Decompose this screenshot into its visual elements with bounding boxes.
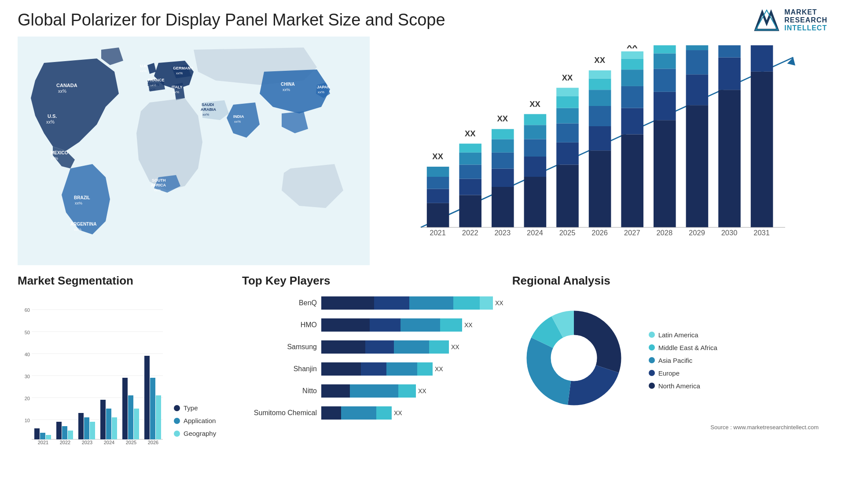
- legend-asia: Asia Pacific: [649, 357, 717, 364]
- svg-rect-40: [427, 167, 449, 177]
- seg-legend: Type Application Geography: [174, 404, 216, 437]
- legend-label-na: North America: [658, 382, 700, 390]
- svg-rect-59: [524, 139, 547, 157]
- legend-label-mea: Middle East & Africa: [658, 344, 717, 351]
- svg-rect-145: [150, 378, 155, 439]
- bottom-row: Market Segmentation 60 50 40 30 20 10: [0, 270, 845, 459]
- svg-rect-134: [90, 422, 95, 439]
- svg-rect-50: [492, 187, 514, 227]
- logo-icon: [753, 8, 780, 32]
- svg-rect-138: [112, 417, 117, 439]
- player-bar-label: XX: [464, 321, 473, 329]
- svg-rect-98: [686, 45, 709, 50]
- bar-dark: [321, 384, 350, 398]
- bar-light: [429, 340, 449, 354]
- legend-item-geography: Geography: [174, 430, 216, 437]
- svg-rect-92: [654, 45, 676, 53]
- player-name: HMO: [242, 321, 317, 329]
- svg-rect-137: [106, 409, 111, 439]
- svg-rect-129: [62, 426, 67, 439]
- svg-text:40: 40: [25, 352, 30, 357]
- svg-text:2030: 2030: [721, 229, 738, 237]
- svg-rect-125: [40, 433, 45, 439]
- bar-dark: [321, 340, 365, 354]
- bar-dark: [321, 296, 374, 310]
- svg-text:2023: 2023: [82, 440, 92, 445]
- svg-rect-51: [492, 169, 514, 187]
- svg-text:JAPAN: JAPAN: [317, 85, 330, 89]
- svg-text:xx%: xx%: [318, 90, 324, 94]
- svg-rect-133: [84, 417, 89, 439]
- svg-rect-80: [621, 134, 643, 227]
- player-name: Sumitomo Chemical: [242, 409, 317, 417]
- svg-text:INDIA: INDIA: [233, 114, 244, 119]
- dot-na: [649, 383, 655, 389]
- page-title: Global Polarizer for Display Panel Marke…: [18, 11, 445, 29]
- svg-text:xx%: xx%: [74, 227, 81, 232]
- bar-mid2: [350, 384, 398, 398]
- source-text: Source : www.marketresearchintellect.com: [512, 424, 827, 431]
- world-map-svg: CANADA xx% U.S. xx% MEXICO xx% BRAZIL xx…: [18, 37, 370, 265]
- svg-rect-54: [492, 129, 514, 139]
- svg-text:FRANCE: FRANCE: [148, 78, 165, 82]
- svg-text:2029: 2029: [689, 229, 705, 237]
- svg-rect-83: [621, 69, 643, 86]
- svg-text:SPAIN: SPAIN: [147, 82, 159, 87]
- bar-dark: [321, 406, 341, 420]
- bar-chart-section: XX 2021 XX 2022 XX 2023 XX 20: [378, 37, 827, 270]
- bar-mid: [365, 340, 394, 354]
- country-canada: CANADA: [56, 83, 77, 88]
- svg-rect-144: [144, 356, 150, 439]
- player-bar-label: XX: [394, 409, 402, 416]
- svg-text:AFRICA: AFRICA: [151, 183, 166, 187]
- player-name: Nitto: [242, 387, 317, 395]
- svg-rect-132: [78, 413, 84, 439]
- bar-light: [398, 384, 416, 398]
- svg-text:xx%: xx%: [58, 89, 66, 94]
- bar-lightest: [480, 296, 493, 310]
- svg-text:xx%: xx%: [202, 113, 209, 117]
- svg-rect-102: [718, 58, 741, 90]
- player-row-samsung: Samsung XX: [242, 340, 503, 354]
- svg-text:XX: XX: [529, 99, 540, 109]
- bar-light: [440, 318, 462, 332]
- segmentation-title: Market Segmentation: [18, 274, 233, 288]
- player-bar: XX: [321, 362, 503, 376]
- svg-rect-136: [100, 400, 106, 439]
- svg-text:2027: 2027: [624, 229, 640, 237]
- svg-text:GERMANY: GERMANY: [173, 66, 193, 70]
- bar-light: [453, 296, 480, 310]
- svg-text:SAUDI: SAUDI: [202, 102, 214, 107]
- svg-rect-84: [621, 58, 643, 69]
- svg-text:2022: 2022: [60, 440, 70, 445]
- bar-mid2: [409, 296, 453, 310]
- svg-text:ARGENTINA: ARGENTINA: [70, 222, 96, 226]
- svg-point-153: [551, 335, 597, 381]
- logo-text: MARKET RESEARCH INTELLECT: [784, 8, 827, 32]
- player-bar: XX: [321, 318, 503, 332]
- donut-chart-svg: [512, 296, 636, 420]
- svg-rect-57: [524, 177, 547, 227]
- svg-rect-65: [556, 142, 579, 165]
- svg-rect-91: [654, 53, 676, 69]
- player-bar-label: XX: [418, 387, 426, 394]
- svg-rect-142: [134, 409, 139, 439]
- svg-rect-77: [589, 70, 611, 78]
- svg-rect-141: [128, 395, 133, 439]
- svg-text:2024: 2024: [527, 229, 543, 237]
- logo-area: MARKET RESEARCH INTELLECT: [753, 8, 827, 32]
- legend-dot-application: [174, 418, 180, 424]
- svg-text:2021: 2021: [430, 229, 446, 237]
- svg-rect-107: [751, 45, 773, 72]
- svg-text:30: 30: [25, 374, 30, 379]
- svg-text:2024: 2024: [104, 440, 114, 445]
- player-bar: XX: [321, 296, 503, 310]
- svg-rect-96: [686, 74, 709, 105]
- svg-text:ARABIA: ARABIA: [201, 107, 216, 112]
- dot-europe: [649, 370, 655, 376]
- players-title: Top Key Players: [242, 274, 503, 288]
- seg-bar-svg: 60 50 40 30 20 10 2021: [18, 305, 167, 450]
- legend-label-asia: Asia Pacific: [658, 357, 693, 364]
- svg-marker-0: [756, 12, 778, 30]
- svg-rect-103: [718, 45, 741, 58]
